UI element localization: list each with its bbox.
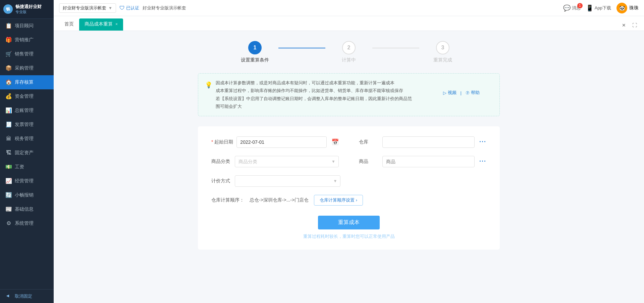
tab-close-icon[interactable]: × bbox=[115, 22, 118, 27]
unpin-label: 取消固定 bbox=[15, 293, 32, 299]
sidebar-label-payroll: 工资 bbox=[15, 164, 24, 170]
pricing-label: 计价方式 bbox=[211, 178, 231, 184]
sidebar-item-operations[interactable]: 📈 经营管理 bbox=[0, 174, 54, 188]
sidebar-label-operations: 经营管理 bbox=[15, 178, 34, 184]
pricing-select[interactable] bbox=[235, 175, 340, 187]
sidebar-item-assets[interactable]: 🏗 固定资产 bbox=[0, 146, 54, 160]
goods-input[interactable] bbox=[382, 156, 475, 167]
sidebar-item-invoice[interactable]: 🧾 发票管理 bbox=[0, 118, 54, 132]
recalculate-button[interactable]: 重算成本 bbox=[318, 216, 380, 229]
user-avatar[interactable]: 🐼 珠珠 bbox=[616, 3, 639, 13]
topbar-left: 好业财专业版演示帐套 ▼ 🛡 已认证 好业财专业版演示帐套 bbox=[59, 3, 186, 13]
sidebar-item-project[interactable]: 📋 项目顾问 bbox=[0, 19, 54, 33]
sidebar-item-finance[interactable]: 💰 资金管理 bbox=[0, 89, 54, 103]
step-3: 3 重算完成 bbox=[419, 41, 466, 63]
step-1-num: 1 bbox=[254, 45, 257, 51]
calendar-icon[interactable]: 📅 bbox=[331, 138, 339, 146]
sidebar-item-sales[interactable]: 🛒 销售管理 bbox=[0, 47, 54, 61]
message-icon: 💬 bbox=[563, 4, 571, 12]
sidebar-label-assets: 固定资产 bbox=[15, 150, 34, 156]
avatar-image: 🐼 bbox=[616, 3, 627, 13]
step-2: 2 计算中 bbox=[325, 41, 372, 63]
marketing-icon: 🎁 bbox=[5, 37, 12, 43]
shield-icon: 🛡 bbox=[119, 5, 125, 11]
sidebar-item-system[interactable]: ⚙ 系统管理 bbox=[0, 216, 54, 230]
sidebar-item-marketing[interactable]: 🎁 营销推广 bbox=[0, 33, 54, 47]
account-name: 好业财专业版演示帐套 bbox=[63, 5, 106, 11]
sidebar-label-tax: 税务管理 bbox=[15, 136, 34, 142]
sidebar-item-tax[interactable]: 🏛 税务管理 bbox=[0, 132, 54, 146]
step-2-label: 计算中 bbox=[342, 57, 356, 63]
help-link[interactable]: ⑦ 帮助 bbox=[466, 90, 480, 96]
start-date-label: * 起始日期 bbox=[211, 139, 233, 145]
step-line-2 bbox=[372, 48, 419, 48]
sidebar-item-accounting[interactable]: 📊 总账管理 bbox=[0, 103, 54, 118]
verified-label: 已认证 bbox=[126, 5, 139, 11]
help-divider: | bbox=[461, 90, 462, 95]
close-window-icon[interactable]: ✕ bbox=[620, 21, 628, 29]
sidebar-label-project: 项目顾问 bbox=[15, 23, 34, 29]
pricing-select-wrapper: ▼ bbox=[235, 175, 340, 187]
sidebar-label-finance: 资金管理 bbox=[15, 93, 34, 99]
expense-icon: 🔄 bbox=[5, 192, 12, 199]
app-info: 畅捷通好业财 专业版 bbox=[15, 4, 42, 14]
basic-icon: 📰 bbox=[5, 206, 12, 213]
category-select[interactable]: 商品分类 bbox=[235, 156, 339, 167]
warehouse-label: 仓库 bbox=[359, 139, 379, 145]
sidebar-item-inventory[interactable]: 🏠 库存核算 bbox=[0, 75, 54, 89]
tab-home[interactable]: 首页 bbox=[59, 18, 79, 31]
sidebar-item-payroll[interactable]: 💵 工资 bbox=[0, 160, 54, 174]
form-section: * 起始日期 📅 仓库 ··· bbox=[198, 126, 500, 250]
user-name: 珠珠 bbox=[629, 5, 639, 11]
logo-icon: 畅 bbox=[3, 4, 13, 14]
message-badge: 1 bbox=[577, 3, 583, 8]
start-date-label-text: 起始日期 bbox=[214, 139, 233, 144]
sidebar-label-sales: 销售管理 bbox=[15, 51, 34, 57]
account-selector[interactable]: 好业财专业版演示帐套 ▼ bbox=[59, 3, 116, 13]
start-date-input[interactable] bbox=[236, 136, 327, 148]
warehouse-btn-label: 仓库计算顺序设置 › bbox=[320, 197, 357, 203]
invoice-icon: 🧾 bbox=[5, 121, 12, 128]
inner-content: ▷ 视频 | ⑦ 帮助 1 设置重算条件 bbox=[198, 41, 500, 250]
video-play-icon: ▷ bbox=[443, 90, 446, 95]
sidebar-footer-pin[interactable]: ◄ 取消固定 bbox=[0, 289, 54, 303]
recalculate-label: 重算成本 bbox=[338, 219, 360, 225]
hint-text: 重算过程耗时较长，重算时您可以正常使用产品 bbox=[211, 233, 486, 240]
warehouse-order-settings-button[interactable]: 仓库计算顺序设置 › bbox=[314, 195, 363, 206]
sidebar-item-basic[interactable]: 📰 基础信息 bbox=[0, 202, 54, 216]
topbar: 好业财专业版演示帐套 ▼ 🛡 已认证 好业财专业版演示帐套 💬 消息 1 📱 A… bbox=[54, 0, 644, 16]
tab-bar: 首页 商品成本重算 × ✕ ⛶ bbox=[54, 16, 644, 31]
sidebar-label-system: 系统管理 bbox=[15, 220, 34, 226]
sidebar-item-purchase[interactable]: 📦 采购管理 bbox=[0, 61, 54, 75]
sidebar-label-expense: 小畅报销 bbox=[15, 192, 34, 198]
sidebar-nav: 📋 项目顾问 🎁 营销推广 🛒 销售管理 📦 采购管理 🏠 库存核算 💰 资金管… bbox=[0, 19, 54, 289]
video-link[interactable]: ▷ 视频 bbox=[443, 90, 457, 96]
category-select-wrapper: 商品分类 ▼ bbox=[235, 156, 339, 167]
finance-icon: 💰 bbox=[5, 93, 12, 100]
required-star: * bbox=[211, 139, 213, 144]
sidebar-label-inventory: 库存核算 bbox=[15, 79, 34, 85]
topbar-right: 💬 消息 1 📱 App下载 🐼 珠珠 bbox=[563, 3, 639, 13]
step-3-num: 3 bbox=[441, 45, 444, 51]
app-download-action[interactable]: 📱 App下载 bbox=[586, 4, 611, 12]
form-row-3: 计价方式 ▼ bbox=[211, 175, 486, 187]
tab-goods-cost[interactable]: 商品成本重算 × bbox=[79, 18, 123, 31]
goods-dots-icon[interactable]: ··· bbox=[479, 158, 486, 165]
message-action[interactable]: 💬 消息 1 bbox=[563, 4, 581, 12]
help-circle-icon: ⑦ bbox=[466, 90, 470, 95]
tab-goods-cost-label: 商品成本重算 bbox=[85, 21, 113, 27]
warehouse-input[interactable] bbox=[382, 136, 475, 148]
step-3-circle: 3 bbox=[436, 41, 449, 54]
category-label: 商品分类 bbox=[211, 159, 231, 165]
chevron-down-icon: ▼ bbox=[108, 6, 112, 10]
expand-window-icon[interactable]: ⛶ bbox=[631, 21, 639, 29]
step-1-circle: 1 bbox=[248, 41, 262, 54]
edition-label: 专业版 bbox=[15, 9, 42, 14]
sidebar-label-accounting: 总账管理 bbox=[15, 107, 34, 114]
info-bulb-icon: 💡 bbox=[205, 80, 212, 111]
sidebar-item-expense[interactable]: 🔄 小畅报销 bbox=[0, 188, 54, 202]
warehouse-dots-icon[interactable]: ··· bbox=[479, 138, 486, 145]
info-line-3: 若【系统设置】中启用了自动调整记账日期时，会调整入库单的整单记账日期，因此重新计… bbox=[216, 95, 412, 102]
form-row-2: 商品分类 商品分类 ▼ 商品 ··· bbox=[211, 156, 486, 167]
step-3-label: 重算完成 bbox=[433, 57, 452, 63]
